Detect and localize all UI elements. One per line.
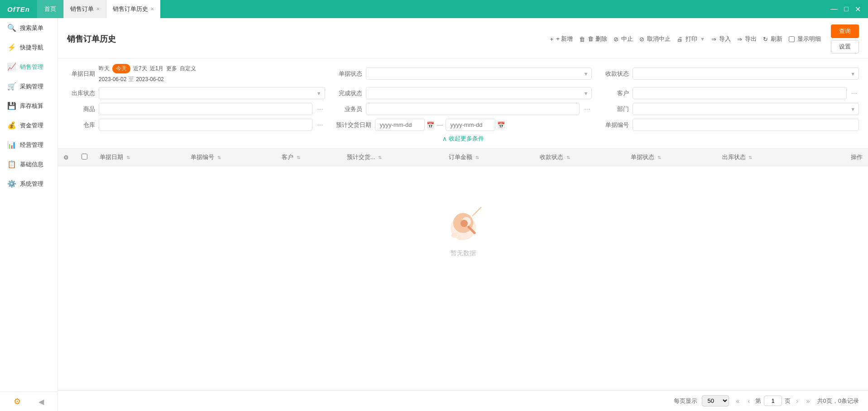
sidebar-item-quick-nav[interactable]: ⚡ 快捷导航 xyxy=(0,38,58,57)
col-out-status[interactable]: 出库状态 ⇅ xyxy=(717,149,808,166)
close-tab-history[interactable]: × xyxy=(151,6,154,12)
date-chip-today[interactable]: 今天 xyxy=(112,64,130,73)
quick-nav-icon: ⚡ xyxy=(7,43,16,52)
page-last-btn[interactable]: » xyxy=(804,396,813,406)
dept-select[interactable] xyxy=(633,103,859,115)
refresh-button[interactable]: ↻ 刷新 xyxy=(763,35,782,43)
display-detail-checkbox[interactable] xyxy=(789,36,795,42)
window-minimize-btn[interactable]: — xyxy=(830,5,838,13)
warehouse-label: 仓库 xyxy=(67,121,99,129)
page-suffix: 页 xyxy=(785,397,791,405)
sort-customer-icon: ⇅ xyxy=(297,155,300,160)
page-size-select[interactable]: 50 10 20 100 xyxy=(702,395,729,406)
refresh-icon: ↻ xyxy=(763,36,768,43)
table-settings-header[interactable]: ⚙ xyxy=(58,149,76,166)
sidebar-item-system[interactable]: ⚙️ 系统管理 xyxy=(0,174,58,193)
svg-point-5 xyxy=(451,232,457,238)
date-range-end: 2023-06-02 xyxy=(136,76,163,82)
dept-label: 部门 xyxy=(601,105,633,113)
sort-out-icon: ⇅ xyxy=(748,155,752,160)
gear-icon: ⚙ xyxy=(63,154,69,161)
select-all-checkbox[interactable] xyxy=(82,154,87,160)
expected-date-start[interactable] xyxy=(375,119,425,131)
sidebar-item-finance[interactable]: 💰 资金管理 xyxy=(0,116,58,135)
sort-no-icon: ⇅ xyxy=(217,155,221,160)
col-date[interactable]: 单据日期 ⇅ xyxy=(94,149,185,166)
collapse-more-link[interactable]: ∧ 收起更多条件 xyxy=(67,135,859,143)
col-no[interactable]: 单据编号 ⇅ xyxy=(185,149,276,166)
new-button[interactable]: + + 新增 xyxy=(550,35,573,43)
expected-date-end[interactable] xyxy=(446,119,495,131)
col-customer[interactable]: 客户 ⇅ xyxy=(276,149,341,166)
date-btn-more[interactable]: 更多 xyxy=(166,65,177,73)
setting-button[interactable]: 设置 xyxy=(831,40,859,53)
sidebar-item-purchase[interactable]: 🛒 采购管理 xyxy=(0,77,58,96)
svg-point-3 xyxy=(460,220,468,227)
out-status-select[interactable] xyxy=(99,87,325,99)
basic-info-icon: 📋 xyxy=(7,160,16,169)
sidebar-collapse-icon[interactable]: ◀ xyxy=(38,397,44,406)
date-range-start: 2023-06-02 xyxy=(99,76,126,82)
customer-input[interactable] xyxy=(633,87,846,99)
export-button[interactable]: ⇒ 导出 xyxy=(737,35,757,43)
salesman-input[interactable] xyxy=(366,103,580,115)
page-input[interactable] xyxy=(764,396,782,406)
receipt-status-label: 收款状态 xyxy=(601,70,633,78)
col-bill-status[interactable]: 单据状态 ⇅ xyxy=(625,149,716,166)
calendar-end-icon[interactable]: 📅 xyxy=(497,121,505,129)
page-prev-btn[interactable]: ‹ xyxy=(745,396,753,406)
cancel-stop-icon: ⊘ xyxy=(639,36,644,43)
customer-more-icon[interactable]: ··· xyxy=(849,89,859,97)
stop-button[interactable]: ⊘ 中止 xyxy=(614,35,633,43)
date-btn-custom[interactable]: 自定义 xyxy=(180,65,196,73)
warehouse-more-icon[interactable]: ··· xyxy=(315,121,325,129)
sidebar-item-operations[interactable]: 📊 经营管理 xyxy=(0,135,58,155)
receipt-status-select[interactable] xyxy=(633,68,859,80)
system-icon: ⚙️ xyxy=(7,179,16,188)
status-select[interactable] xyxy=(366,68,592,80)
tab-sales-history[interactable]: 销售订单历史 × xyxy=(106,0,160,18)
close-tab-sales[interactable]: × xyxy=(96,6,100,12)
complete-status-label: 完成状态 xyxy=(334,89,366,97)
import-button[interactable]: ⇒ 导入 xyxy=(711,35,731,43)
date-btn-yesterday[interactable]: 昨天 xyxy=(99,65,110,73)
tab-home[interactable]: 首页 xyxy=(37,0,63,18)
sidebar-item-basic-info[interactable]: 📋 基础信息 xyxy=(0,155,58,174)
window-maximize-btn[interactable]: □ xyxy=(844,5,849,13)
sidebar-item-search[interactable]: 🔍 搜索菜单 xyxy=(0,18,58,38)
product-more-icon[interactable]: ··· xyxy=(315,105,325,113)
date-separator: 至 xyxy=(128,75,134,83)
sort-date-icon: ⇅ xyxy=(126,155,130,160)
date-btn-7days[interactable]: 近7天 xyxy=(133,65,147,73)
page-next-btn[interactable]: › xyxy=(793,396,801,406)
window-close-btn[interactable]: ✕ xyxy=(855,5,861,14)
print-dropdown-icon: ▼ xyxy=(700,36,705,42)
out-status-label: 出库状态 xyxy=(67,89,99,97)
tab-sales-order[interactable]: 销售订单 × xyxy=(63,0,106,18)
stop-icon: ⊘ xyxy=(614,36,619,43)
col-expected[interactable]: 预计交货... ⇅ xyxy=(341,149,443,166)
print-button[interactable]: 🖨 打印 ▼ xyxy=(677,35,705,43)
date-dash: — xyxy=(437,121,443,128)
complete-status-select[interactable] xyxy=(366,87,592,99)
page-first-btn[interactable]: « xyxy=(734,396,743,406)
cancel-stop-button[interactable]: ⊘ 取消中止 xyxy=(639,35,671,43)
delete-button[interactable]: 🗑 🗑 删除 xyxy=(579,35,607,43)
salesman-more-icon[interactable]: ··· xyxy=(582,105,592,113)
order-no-input[interactable] xyxy=(633,119,859,131)
table-check-header[interactable] xyxy=(76,149,94,166)
sidebar-item-sales[interactable]: 📈 销售管理 xyxy=(0,57,58,77)
query-button[interactable]: 查询 xyxy=(831,24,859,38)
sidebar-item-inventory[interactable]: 💾 库存核算 xyxy=(0,96,58,116)
date-btn-1month[interactable]: 近1月 xyxy=(150,65,164,73)
product-input[interactable] xyxy=(99,103,312,115)
col-amount[interactable]: 订单金额 ⇅ xyxy=(443,149,534,166)
warehouse-input[interactable] xyxy=(99,119,312,131)
order-no-label: 单据编号 xyxy=(601,121,633,129)
col-actions: 操作 xyxy=(808,149,868,166)
calendar-start-icon[interactable]: 📅 xyxy=(427,121,434,129)
sort-amount-icon: ⇅ xyxy=(475,155,479,160)
sidebar-settings-icon[interactable]: ⚙ xyxy=(14,396,21,406)
empty-text: 暂无数据 xyxy=(451,249,476,257)
col-receipt-status[interactable]: 收款状态 ⇅ xyxy=(534,149,625,166)
